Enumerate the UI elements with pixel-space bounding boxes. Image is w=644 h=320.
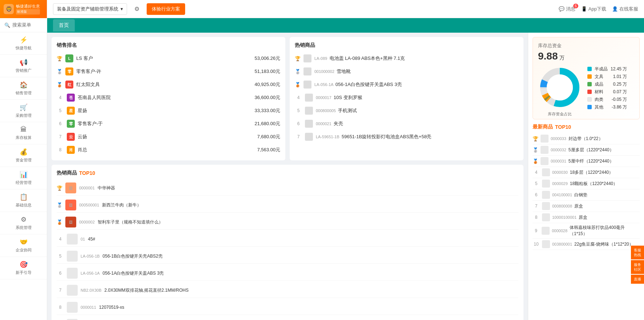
sidebar-item-finance[interactable]: 💰 资金管理 bbox=[0, 144, 47, 167]
product-img bbox=[67, 285, 78, 296]
sidebar-item-inventory[interactable]: 🏛 库存核算 bbox=[0, 122, 47, 144]
product-info: LA-056-1A 056-1A白色按键开关盖ABS 3壳 bbox=[314, 81, 518, 88]
top10-label: TOP10 bbox=[555, 124, 571, 130]
product-img bbox=[305, 107, 313, 115]
app-download-button[interactable]: 📱 App下载 bbox=[581, 6, 606, 12]
product-code: 003800001 bbox=[552, 242, 572, 246]
rank-num: 7 bbox=[57, 288, 64, 293]
product-code: 10000100001 bbox=[552, 215, 576, 220]
sidebar-item-quick[interactable]: ⚡ 快捷导航 bbox=[0, 32, 47, 55]
top-header: 装备及固定资产辅助管理系统 ▾ ⚙ 体验行业方案 💬 消息 6 📱 App下载 … bbox=[47, 0, 644, 18]
medal-silver-icon: 🥈 bbox=[57, 69, 62, 74]
rank-num: 4 bbox=[57, 237, 64, 242]
chevron-down-icon: ▾ bbox=[121, 6, 123, 12]
list-item: 7 000800008 原盒 bbox=[533, 201, 640, 212]
hot-products-right-card: 热销商品 🏆 LA-089 电池盖 LA-089 ABS本色+黑种 7.1克 🥈… bbox=[290, 37, 523, 160]
sidebar-item-marketing[interactable]: 📢 营销推广 bbox=[0, 55, 47, 77]
search-icon: 🔍 bbox=[4, 22, 10, 28]
legend-item: 材料 0.07 万 bbox=[587, 89, 627, 95]
new-products-section: 最新商品 TOP10 🏆 0000033 封边带（1.0*22） 🥈 00000… bbox=[533, 124, 640, 250]
sales-ranking-card: 销售排名 🏆 L LS 客户 53,006.26元 🥈 零 零售客户-许 bbox=[52, 37, 285, 160]
header-right: 💬 消息 6 📱 App下载 👤 在线客服 bbox=[559, 6, 638, 12]
list-item: 9 KK-SD22110H 花语萌恒温分腿睡袋（厚款） bbox=[57, 317, 518, 320]
sidebar-item-sales[interactable]: 🏠 销售管理 bbox=[0, 77, 47, 100]
list-item: 🥉 🖼 0000002 智利车子里（规格不知道填什么） bbox=[57, 215, 518, 230]
product-code: 000800008 bbox=[552, 204, 572, 208]
rank-name: 零售客户-许 bbox=[76, 68, 252, 75]
rank-amount: 21,680.00元 bbox=[254, 120, 280, 127]
legend-item: 半成品 12.45 万 bbox=[587, 66, 627, 72]
customer-hotline-button[interactable]: 客服热线 bbox=[631, 246, 644, 259]
legend-item: 肉类 -0.05 万 bbox=[587, 97, 627, 103]
sidebar-item-operation[interactable]: 📊 经营管理 bbox=[0, 167, 47, 189]
list-item: 🏆 LA-089 电池盖 LA-089 ABS本色+黑种 7.1克 bbox=[295, 53, 518, 64]
rank-item: 8 肖 肖总 7,563.00元 bbox=[57, 144, 280, 155]
list-item: 🥈 001000002 雪地靴 bbox=[295, 66, 518, 77]
rank-num: 4 bbox=[57, 95, 64, 100]
legend-item: 文具 1.01 万 bbox=[587, 74, 627, 80]
product-name: 45# bbox=[88, 237, 95, 242]
app-icon: 📱 bbox=[581, 6, 587, 12]
product-img bbox=[542, 191, 550, 199]
product-img bbox=[305, 120, 313, 128]
product-code: 0000029 bbox=[552, 181, 568, 186]
service-community-button[interactable]: 服务社区 bbox=[631, 260, 644, 274]
logo-title: 畅捷通好生意 bbox=[16, 4, 40, 9]
product-name: 中华神器 bbox=[98, 185, 115, 191]
product-name: 原盒 bbox=[579, 214, 587, 221]
top10-badge: TOP10 bbox=[79, 170, 95, 176]
purchase-icon: 🛒 bbox=[20, 103, 28, 111]
list-item: 8 10000100001 原盒 bbox=[533, 212, 640, 223]
system-selector[interactable]: 装备及固定资产辅助管理系统 ▾ bbox=[53, 3, 127, 15]
legend-value: -3.86 万 bbox=[612, 104, 627, 110]
rank-name: 零售客户-于 bbox=[78, 120, 252, 127]
rank-name: 云扬 bbox=[78, 134, 254, 140]
legend-name: 半成品 bbox=[595, 66, 608, 72]
search-menu[interactable]: 🔍 搜索菜单 bbox=[0, 18, 47, 32]
new-products-title: 最新商品 TOP10 bbox=[533, 124, 640, 130]
product-info: 0000017 10S 变刹罗猴 bbox=[316, 94, 518, 101]
medal-icon: 🥈 bbox=[295, 69, 301, 74]
inventory-amount: 9.88 bbox=[538, 50, 558, 62]
title-text: 热销商品 bbox=[295, 42, 315, 49]
quick-icon: ⚡ bbox=[20, 36, 28, 44]
system-label: 系统管理 bbox=[16, 225, 32, 230]
rank-amount: 7,563.00元 bbox=[257, 147, 280, 153]
sidebar-item-guide[interactable]: 🎯 新手引导 bbox=[0, 257, 47, 279]
rank-num: 6 bbox=[533, 192, 540, 197]
list-item: 6 LA-056-1A 056-1A白色按键开关盖ABS 3壳 bbox=[57, 266, 518, 281]
legend-name: 材料 bbox=[595, 89, 610, 95]
sidebar-item-basic[interactable]: 📋 基础信息 bbox=[0, 189, 47, 212]
tab-home[interactable]: 首页 bbox=[53, 19, 75, 32]
chart-legend: 半成品 12.45 万 文具 1.01 万 成品 0.25 万 bbox=[587, 66, 627, 110]
search-label: 搜索菜单 bbox=[12, 22, 31, 28]
rank-name: LS 客户 bbox=[76, 55, 252, 62]
product-info: 000800005 手机测试 bbox=[316, 107, 518, 114]
list-item: 9 0000028 体韩嘉枝味苏打饮品400毫升（1*15） bbox=[533, 223, 640, 239]
logo: 🦁 畅捷通好生意 标准版 bbox=[0, 0, 47, 18]
collab-label: 企业协同 bbox=[16, 247, 32, 253]
settings-button[interactable]: ⚙ bbox=[131, 4, 142, 15]
sidebar-item-system[interactable]: ⚙ 系统管理 bbox=[0, 212, 47, 234]
product-img bbox=[305, 94, 313, 102]
legend-color bbox=[587, 105, 592, 109]
message-button[interactable]: 💬 消息 6 bbox=[559, 6, 575, 12]
sidebar-item-collab[interactable]: 🤝 企业协同 bbox=[0, 234, 47, 257]
product-name: 新西兰牛肉（新牛） bbox=[102, 202, 141, 208]
operation-label: 经营管理 bbox=[16, 180, 32, 185]
rank-num: 7 bbox=[57, 134, 64, 139]
product-img bbox=[67, 251, 78, 262]
sidebar-item-purchase[interactable]: 🛒 采购管理 bbox=[0, 100, 47, 122]
rank-badge: 肖 bbox=[67, 146, 75, 154]
hot-products-main-card: 热销商品 TOP10 🏆 🖼 0000001 中华神器 🥈 🖼 00050000… bbox=[52, 165, 523, 320]
live-button[interactable]: 直播 bbox=[631, 275, 644, 284]
medal-icon: 🥈 bbox=[57, 202, 62, 208]
customer-service-button[interactable]: 👤 在线客服 bbox=[612, 6, 638, 12]
rank-badge: 零 bbox=[65, 67, 73, 75]
rank-num: 7 bbox=[533, 204, 540, 209]
guide-icon: 🎯 bbox=[20, 260, 28, 268]
trial-button[interactable]: 体验行业方案 bbox=[147, 3, 185, 15]
product-img bbox=[542, 213, 550, 221]
product-info: 0000021 夹壳 bbox=[316, 120, 518, 127]
inventory-header: 库存总资金 bbox=[538, 42, 634, 49]
